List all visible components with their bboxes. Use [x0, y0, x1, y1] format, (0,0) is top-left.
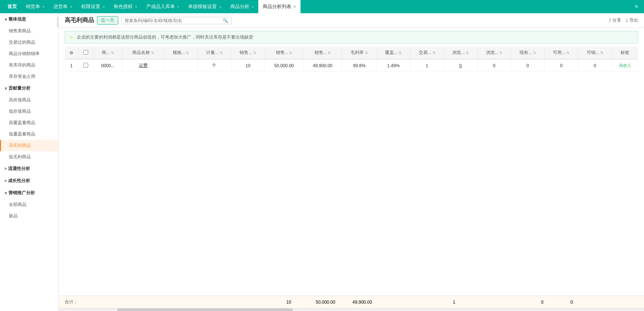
group-label: 成长性分析	[8, 178, 30, 184]
sidebar-item-有库存的商品[interactable]: 有库存的商品	[0, 59, 58, 71]
sort-icon-viewCount2[interactable]: ⇅	[499, 51, 503, 55]
sidebar-item-交易过的商品[interactable]: 交易过的商品	[0, 37, 58, 48]
period-button[interactable]: 近一月	[97, 16, 118, 25]
info-text: 企业的主要的利润都是这部分商品创造的，可考虑加大推广，同时关注库存是不要出现缺货	[77, 34, 253, 40]
sidebar-item-库存资金占用[interactable]: 库存资金占用	[0, 71, 58, 82]
tab-close-icon[interactable]: ×	[252, 4, 254, 9]
sidebar-group-贡献量分析[interactable]: ∨贡献量分析	[0, 82, 58, 94]
col-header-currentStock[interactable]: 现有... ⇅	[511, 47, 544, 59]
export-icon: ⤵	[626, 18, 628, 23]
nav-tab-商品分析列表[interactable]: 商品分析列表×	[258, 0, 300, 13]
sidebar-group-成长性分析[interactable]: >成长性分析	[0, 175, 58, 187]
sidebar-item-销售类商品[interactable]: 销售类商品	[0, 25, 58, 37]
col-header-grossRate[interactable]: 毛利率 ⇅	[342, 47, 377, 59]
tab-close-icon[interactable]: ×	[294, 4, 296, 9]
close-all-button[interactable]: ×	[632, 3, 641, 10]
sidebar-item-低覆盖量商品[interactable]: 低覆盖量商品	[0, 129, 58, 140]
sidebar-item-全部商品[interactable]: 全部商品	[0, 199, 58, 210]
tab-close-icon[interactable]: ×	[70, 4, 72, 9]
sidebar-group-流通性分析[interactable]: >流通性分析	[0, 163, 58, 175]
col-header-name[interactable]: 商品名称 ⇅	[122, 47, 164, 59]
cell-usableStock: 0	[544, 59, 578, 72]
sidebar-item-商品分销助销率[interactable]: 商品分销助销率	[0, 48, 58, 59]
tab-close-icon[interactable]: ×	[135, 4, 137, 9]
sidebar-item-低毛利商品[interactable]: 低毛利商品	[0, 151, 58, 163]
sort-icon-grossRate[interactable]: ⇅	[364, 51, 368, 55]
sort-icon-salesAmt[interactable]: ⇅	[288, 51, 292, 55]
cell-salableStock: 0	[578, 59, 612, 72]
sort-icon-salableStock[interactable]: ⇅	[599, 51, 603, 55]
group-arrow-icon: >	[4, 167, 7, 171]
sort-icon-tradeCount[interactable]: ⇅	[431, 51, 435, 55]
cell-viewCount1[interactable]: 0	[444, 59, 477, 72]
link-name[interactable]: 运费	[139, 63, 148, 68]
col-header-unit[interactable]: 计量... ⇅	[198, 47, 231, 59]
sort-icon-coverage[interactable]: ⇅	[397, 51, 402, 55]
nav-tab-产成品入库单[interactable]: 产成品入库单×	[142, 0, 184, 13]
link-viewCount1[interactable]: 0	[459, 63, 462, 68]
nav-tab-销货单[interactable]: 销货单×	[21, 0, 49, 13]
col-header-spec[interactable]: 规格... ⇅	[164, 47, 197, 59]
cell-salesQty: 10	[231, 59, 265, 72]
sort-icon-salesCost[interactable]: ⇅	[327, 51, 331, 55]
select-all-checkbox[interactable]	[83, 50, 88, 55]
sort-icon-unit[interactable]: ⇅	[219, 51, 223, 55]
footer-sales-amt: 50,000.00	[307, 300, 344, 305]
data-table: ⚙商... ⇅商品名称 ⇅规格... ⇅计量... ⇅销售... ⇅销售... …	[65, 47, 638, 72]
sort-icon-viewCount1[interactable]: ⇅	[465, 51, 469, 55]
sidebar-item-高价值商品[interactable]: 高价值商品	[0, 94, 58, 106]
col-header-code[interactable]: 商... ⇅	[93, 47, 122, 59]
table-row: 10000...运费个1050,000.0049,900.0099.8%1.49…	[65, 59, 638, 72]
nav-tab-角色授权[interactable]: 角色授权×	[109, 0, 141, 13]
col-header-viewCount2[interactable]: 浏览... ⇅	[477, 47, 511, 59]
sort-icon-currentStock[interactable]: ⇅	[532, 51, 536, 55]
col-header-salesQty[interactable]: 销售... ⇅	[231, 47, 265, 59]
col-header-salableStock[interactable]: 可销... ⇅	[578, 47, 612, 59]
horizontal-scrollbar[interactable]	[59, 308, 644, 311]
cell-tradeCount: 1	[410, 59, 444, 72]
cell-spec	[164, 59, 197, 72]
nav-tab-首页[interactable]: 首页	[3, 0, 21, 13]
search-input[interactable]	[125, 18, 221, 23]
cell-grossRate: 99.8%	[342, 59, 377, 72]
sidebar-item-新品[interactable]: 新品	[0, 210, 58, 222]
sidebar-item-低价值商品[interactable]: 低价值商品	[0, 106, 58, 117]
row-checkbox[interactable]	[83, 63, 88, 68]
sort-icon-salesQty[interactable]: ⇅	[252, 51, 256, 55]
col-header-usableStock[interactable]: 可用... ⇅	[544, 47, 578, 59]
cell-name[interactable]: 运费	[122, 59, 164, 72]
footer-usable-stock: 0	[557, 300, 586, 305]
col-header-salesCost[interactable]: 销售... ⇅	[303, 47, 342, 59]
footer-sales-cost: 49,900.00	[344, 300, 381, 305]
scrollbar-thumb[interactable]	[117, 308, 293, 311]
export-button[interactable]: ⤵ 导出	[626, 17, 638, 23]
sidebar-collapse-button[interactable]: «	[57, 17, 59, 27]
col-header-salesAmt[interactable]: 销售... ⇅	[265, 47, 303, 59]
nav-tab-商品分析[interactable]: 商品分析×	[226, 0, 258, 13]
cell-salesCost: 49,900.00	[303, 59, 342, 72]
search-icon[interactable]: 🔍	[223, 18, 228, 23]
sort-icon-code[interactable]: ⇅	[110, 51, 114, 55]
sidebar-item-高覆盖量商品[interactable]: 高覆盖量商品	[0, 117, 58, 129]
sidebar: « ∨整体信息销售类商品交易过的商品商品分销助销率有库存的商品库存资金占用∨贡献…	[0, 13, 59, 311]
col-header-coverage[interactable]: 覆盖... ⇅	[377, 47, 410, 59]
tab-close-icon[interactable]: ×	[177, 4, 179, 9]
nav-tab-单据模板设置[interactable]: 单据模板设置×	[184, 0, 226, 13]
sidebar-group-营销推广分析[interactable]: ∨营销推广分析	[0, 187, 58, 199]
col-header-viewCount1[interactable]: 浏览... ⇅	[444, 47, 477, 59]
tab-close-icon[interactable]: ×	[42, 4, 44, 9]
sort-icon-usableStock[interactable]: ⇅	[565, 51, 569, 55]
nav-tab-权限设置[interactable]: 权限设置×	[77, 0, 109, 13]
cell-checkbox[interactable]	[78, 59, 93, 72]
sort-icon-spec[interactable]: ⇅	[185, 51, 189, 55]
tab-close-icon[interactable]: ×	[102, 4, 105, 9]
col-header-tag: 标签	[612, 47, 638, 59]
share-button[interactable]: ⤴ 分享	[609, 17, 621, 23]
sidebar-item-高毛利商品[interactable]: 高毛利商品	[0, 140, 58, 151]
settings-icon[interactable]: ⚙	[69, 50, 73, 55]
col-header-tradeCount[interactable]: 交易... ⇅	[410, 47, 444, 59]
sort-icon-name[interactable]: ⇅	[150, 51, 154, 55]
sidebar-group-整体信息[interactable]: ∨整体信息	[0, 13, 58, 25]
tab-close-icon[interactable]: ×	[219, 4, 221, 9]
nav-tab-进货单[interactable]: 进货单×	[49, 0, 76, 13]
